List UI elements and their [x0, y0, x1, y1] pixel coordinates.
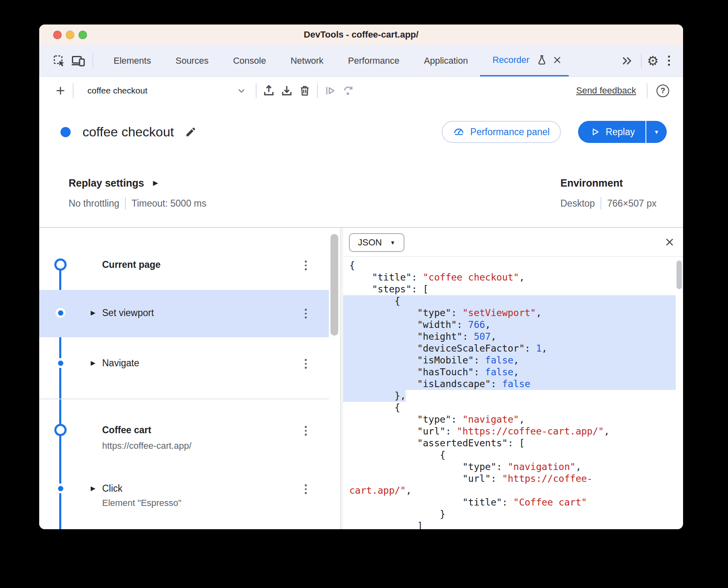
replay-options-dropdown[interactable]: ▼ [645, 121, 667, 143]
tab-network[interactable]: Network [278, 45, 336, 76]
performance-panel-button[interactable]: Performance panel [442, 121, 561, 143]
edit-title-icon[interactable] [185, 126, 197, 138]
export-recording-icon[interactable] [260, 82, 278, 100]
replay-settings-header[interactable]: Replay settings ▶ [69, 176, 206, 190]
step-title: Current page [102, 258, 161, 271]
help-icon[interactable] [657, 85, 669, 97]
zoom-window-button[interactable] [78, 31, 87, 39]
code-line: { [343, 260, 676, 272]
recording-header: coffee checkout Performance panel Replay… [39, 105, 683, 159]
titlebar: DevTools - coffee-cart.app/ [39, 24, 683, 45]
close-window-button[interactable] [53, 31, 62, 39]
code-line: "url": "https://coffee-cart.app/", [343, 425, 676, 437]
code-line: { [343, 449, 676, 461]
step-subtitle: Element "Espresso" [102, 497, 181, 509]
step-menu-kebab-icon[interactable] [302, 358, 309, 370]
inspect-element-icon[interactable] [51, 53, 67, 69]
tab-label: Recorder [492, 55, 529, 65]
environment-values: Desktop 766×507 px [561, 197, 657, 210]
code-line: }, [343, 390, 676, 402]
divider [73, 83, 74, 98]
step-row-current-page[interactable]: Current page [39, 247, 329, 282]
timeline-step-marker [56, 358, 65, 368]
step-row-coffee-cart[interactable]: Coffee carthttps://coffee-cart.app/ [39, 408, 329, 461]
timeline-page-marker [54, 258, 67, 271]
code-line: "title": "coffee checkout", [343, 272, 676, 283]
code-line: "type": "setViewport", [343, 307, 676, 319]
step-row-set-viewport[interactable]: ▶Set viewport [39, 290, 329, 337]
environment-header: Environment [561, 176, 657, 190]
format-select-value: JSON [358, 237, 382, 248]
step-menu-kebab-icon[interactable] [302, 260, 309, 271]
replay-button: Replay ▼ [578, 121, 667, 143]
step-title: Click [102, 482, 123, 495]
tab-label: Console [233, 56, 266, 66]
step-menu-kebab-icon[interactable] [302, 483, 309, 495]
replay-button-main[interactable]: Replay [578, 121, 645, 143]
minimize-window-button[interactable] [66, 31, 74, 39]
code-line: "isMobile": false, [343, 354, 676, 366]
step-replay-icon[interactable] [321, 82, 339, 100]
close-code-panel-icon[interactable] [664, 237, 675, 247]
divider [92, 53, 93, 69]
format-select[interactable]: JSON ▼ [349, 233, 404, 252]
more-tabs-icon[interactable] [619, 53, 634, 69]
steps-scrollbar-thumb[interactable] [331, 234, 338, 336]
code-scrollbar-thumb[interactable] [677, 261, 682, 289]
add-recording-icon[interactable] [51, 82, 69, 100]
viewport-value: 766×507 px [607, 197, 657, 210]
settings-gear-icon[interactable]: ⚙ [645, 53, 661, 69]
tab-application[interactable]: Application [412, 45, 480, 76]
tab-console[interactable]: Console [221, 45, 278, 76]
recording-select-value: coffee checkout [87, 86, 147, 96]
device-toolbar-icon[interactable] [70, 53, 86, 69]
delete-recording-icon[interactable] [296, 82, 314, 100]
expand-triangle-icon: ▶ [91, 306, 96, 319]
step-title: Coffee cart [102, 423, 151, 437]
send-feedback-link[interactable]: Send feedback [576, 85, 636, 96]
divider [317, 83, 318, 98]
speedometer-icon [453, 126, 464, 138]
environment-label: Environment [561, 176, 623, 190]
tab-performance[interactable]: Performance [336, 45, 412, 76]
recording-status-dot [60, 127, 71, 137]
tab-sources[interactable]: Sources [163, 45, 221, 76]
performance-panel-label: Performance panel [470, 127, 549, 138]
step-title: Set viewport [102, 306, 154, 319]
code-line: "height": 507, [343, 331, 676, 343]
import-recording-icon[interactable] [278, 82, 296, 100]
main-menu-kebab-icon[interactable] [664, 53, 674, 68]
code-panel-header: JSON ▼ [343, 228, 683, 257]
tab-label: Application [424, 56, 468, 66]
step-row-navigate[interactable]: ▶Navigate [39, 339, 329, 387]
traffic-lights [53, 24, 87, 45]
code-line: { [343, 402, 676, 414]
divider [601, 197, 601, 209]
divider [647, 83, 648, 98]
recorder-toolbar: coffee checkout Send feedback [39, 77, 683, 105]
recording-select[interactable]: coffee checkout [78, 83, 250, 98]
expand-triangle-icon: ▶ [91, 356, 96, 370]
step-menu-kebab-icon[interactable] [302, 308, 309, 319]
tab-strip: ElementsSourcesConsoleNetworkPerformance… [101, 45, 569, 76]
code-line: "assertedEvents": [ [343, 437, 676, 449]
code-lines: { "title": "coffee checkout", "steps": [… [343, 257, 683, 529]
replay-settings-block: Replay settings ▶ No throttling Timeout:… [69, 176, 206, 227]
steps-panel: Current page▶Set viewport▶NavigateCoffee… [39, 228, 329, 529]
code-line: "type": "navigate", [343, 414, 676, 425]
tab-elements[interactable]: Elements [101, 45, 163, 76]
close-recorder-tab-icon[interactable] [552, 55, 562, 65]
throttling-value: No throttling [69, 197, 119, 210]
code-line: "steps": [ [343, 283, 676, 295]
step-menu-kebab-icon[interactable] [302, 425, 309, 437]
code-line: { [343, 295, 676, 307]
replay-from-step-icon[interactable] [339, 82, 357, 100]
settings-row: Replay settings ▶ No throttling Timeout:… [39, 159, 683, 228]
tab-recorder[interactable]: Recorder [480, 45, 568, 76]
chevron-down-icon [237, 86, 246, 95]
divider [641, 53, 642, 69]
code-line: "hasTouch": false, [343, 366, 676, 378]
tab-label: Sources [176, 56, 209, 66]
timeline-step-marker [56, 483, 65, 493]
step-row-click[interactable]: ▶ClickElement "Espresso" [39, 467, 329, 514]
